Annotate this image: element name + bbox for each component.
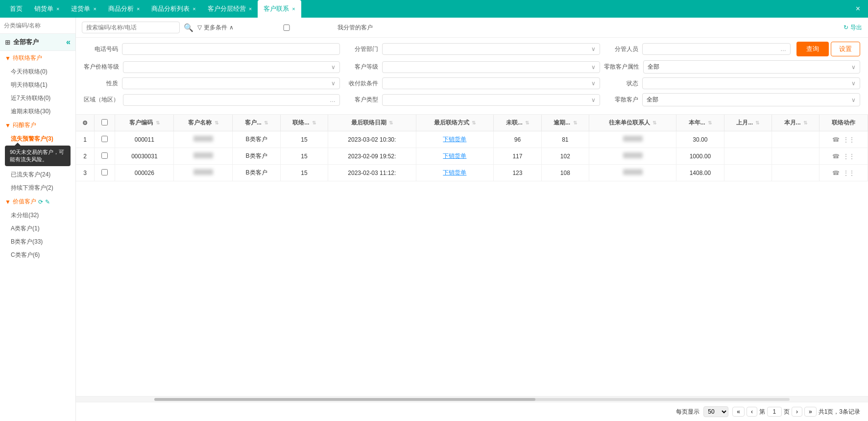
tab-analysis[interactable]: 商品分析 ×: [102, 0, 145, 18]
sidebar-item-lost[interactable]: 已流失客户(24): [0, 168, 75, 181]
row-checkbox-1[interactable]: [101, 136, 108, 142]
settings-button[interactable]: 设置: [831, 42, 860, 56]
export-button[interactable]: ↻ 导出: [844, 24, 862, 32]
search-button[interactable]: 🔍: [184, 23, 193, 32]
page-last-btn[interactable]: »: [804, 407, 817, 417]
col-overdue[interactable]: 逾期... ⇅: [541, 115, 589, 131]
col-this-month[interactable]: 本月... ⇅: [772, 115, 820, 131]
filter-phone-input[interactable]: [122, 43, 340, 55]
edit-icon[interactable]: ✎: [45, 198, 50, 205]
tab-analysis-close[interactable]: ×: [137, 6, 140, 12]
per-page-select[interactable]: 50 100 200: [703, 406, 728, 417]
cell-check-3[interactable]: [95, 165, 115, 181]
cell-contact-1: 15: [280, 131, 328, 148]
sidebar-item-class-b[interactable]: B类客户(33): [0, 235, 75, 248]
page-next-btn[interactable]: ›: [792, 407, 802, 417]
tab-purchase[interactable]: 进货单 ×: [65, 0, 102, 18]
horizontal-scrollbar[interactable]: [76, 396, 868, 402]
sidebar-group-pending-title[interactable]: ▼ 待联络客户: [0, 51, 75, 65]
col-last-month[interactable]: 上月... ⇅: [724, 115, 772, 131]
action-icon-2a[interactable]: ☎: [832, 153, 840, 160]
tab-sales[interactable]: 销货单 ×: [28, 0, 65, 18]
cell-method-1[interactable]: 下销货单: [416, 131, 494, 148]
sidebar-item-ungrouped[interactable]: 未分组(32): [0, 209, 75, 222]
sidebar-item-overdue[interactable]: 逾期未联络(30): [0, 105, 75, 118]
col-last-date[interactable]: 最后联络日期 ⇅: [328, 115, 416, 131]
scrollbar-thumb[interactable]: [154, 398, 535, 401]
sidebar-item-tomorrow[interactable]: 明天待联络(1): [0, 78, 75, 92]
col-uncontacted[interactable]: 未联... ⇅: [494, 115, 541, 131]
row-checkbox-2[interactable]: [101, 152, 108, 159]
sidebar-item-declining[interactable]: 持续下滑客户(2): [0, 181, 75, 195]
filter-customer-type-select[interactable]: ∨: [382, 94, 600, 106]
refresh-icon[interactable]: ⟳: [38, 198, 43, 205]
filter-customer-level-select[interactable]: ∨: [382, 61, 600, 73]
tab-customer-tier-close[interactable]: ×: [249, 6, 252, 12]
filter-status-select[interactable]: ∨: [642, 77, 860, 89]
filter-price-level-select[interactable]: ∨: [123, 61, 340, 73]
col-person[interactable]: 往来单位联系人 ⇅: [589, 115, 676, 131]
sidebar-item-class-a[interactable]: A类客户(1): [0, 222, 75, 235]
arrow-icon-2: ▼: [5, 122, 11, 129]
col-contact[interactable]: 联络... ⇅: [280, 115, 328, 131]
action-icon-3b[interactable]: ⋮⋮: [843, 170, 855, 176]
cell-check-1[interactable]: [95, 131, 115, 148]
filter-nature-select[interactable]: ∨: [122, 77, 340, 89]
page-prev-btn[interactable]: ‹: [747, 407, 757, 417]
sidebar-item-7days[interactable]: 近7天待联络(0): [0, 92, 75, 105]
page-first-btn[interactable]: «: [732, 407, 745, 417]
filter-more-button[interactable]: ▽ 更多条件 ∧: [197, 24, 234, 32]
my-customers-checkbox-label[interactable]: 我分管的客户: [238, 24, 373, 32]
filter-dept-select[interactable]: ∨: [382, 43, 600, 55]
col-name[interactable]: 客户名称 ⇅: [174, 115, 233, 131]
filter-icon: ▽: [197, 24, 202, 31]
sidebar-item-class-c[interactable]: C类客户(6): [0, 248, 75, 262]
cell-method-2[interactable]: 下销货单: [416, 148, 494, 165]
collapse-icon[interactable]: «: [66, 38, 71, 47]
action-icon-1a[interactable]: ☎: [832, 136, 840, 143]
sort-icon-name: ⇅: [215, 120, 218, 125]
arrow-icon: ▼: [5, 55, 11, 62]
cell-uncontacted-3: 123: [494, 165, 541, 181]
col-code[interactable]: 客户编码 ⇅: [115, 115, 174, 131]
window-close[interactable]: ×: [852, 4, 864, 13]
sidebar-search-input[interactable]: [4, 22, 76, 29]
my-customers-checkbox[interactable]: [238, 25, 336, 31]
sidebar-all-customers[interactable]: ⊞ 全部客户 «: [0, 34, 75, 51]
filter-person-select[interactable]: …: [642, 43, 791, 55]
current-page[interactable]: 1: [767, 407, 782, 417]
query-button[interactable]: 查询: [796, 42, 829, 56]
grid-icon: ⊞: [5, 39, 10, 46]
col-check[interactable]: [95, 115, 115, 131]
action-icon-3a[interactable]: ☎: [832, 170, 840, 176]
sidebar-item-churn-warning[interactable]: 流失预警客户(3): [0, 132, 75, 146]
tab-purchase-close[interactable]: ×: [93, 6, 96, 12]
search-input[interactable]: [82, 22, 180, 33]
sidebar-group-churn-title[interactable]: ▼ 闷酿客户: [0, 118, 75, 132]
tab-customer-contact[interactable]: 客户联系 ×: [258, 0, 301, 18]
filter-retail-attr-select[interactable]: 全部 ∨: [643, 60, 860, 74]
cell-check-2[interactable]: [95, 148, 115, 165]
action-icon-1b[interactable]: ⋮⋮: [843, 136, 855, 143]
row-checkbox-3[interactable]: [101, 169, 108, 175]
col-type[interactable]: 客户... ⇅: [233, 115, 280, 131]
select-all-checkbox[interactable]: [101, 119, 108, 125]
filter-dept-label: 分管部门: [344, 45, 378, 53]
tab-analysis-list[interactable]: 商品分析列表 ×: [145, 0, 201, 18]
filter-payment-select[interactable]: ∨: [382, 77, 600, 89]
tab-home[interactable]: 首页: [4, 0, 28, 18]
filter-region-select[interactable]: …: [123, 94, 340, 106]
tab-customer-contact-close[interactable]: ×: [292, 6, 295, 12]
tab-sales-close[interactable]: ×: [56, 6, 59, 12]
sidebar-item-today[interactable]: 今天待联络(0): [0, 65, 75, 78]
col-last-method[interactable]: 最后联络方式 ⇅: [416, 115, 494, 131]
sidebar-group-value-title[interactable]: ▼ 价值客户 ⟳ ✎: [0, 195, 75, 209]
tab-customer-tier[interactable]: 客户分层经营 ×: [202, 0, 258, 18]
tab-analysis-list-close[interactable]: ×: [193, 6, 195, 12]
action-icon-2b[interactable]: ⋮⋮: [843, 153, 855, 160]
cell-method-3[interactable]: 下销货单: [416, 165, 494, 181]
col-this-year[interactable]: 本年... ⇅: [676, 115, 724, 131]
settings-icon[interactable]: ⚙: [82, 120, 88, 126]
filter-retail-customer-select[interactable]: 全部 ∨: [642, 93, 860, 106]
cell-type-2: B类客户: [233, 148, 280, 165]
